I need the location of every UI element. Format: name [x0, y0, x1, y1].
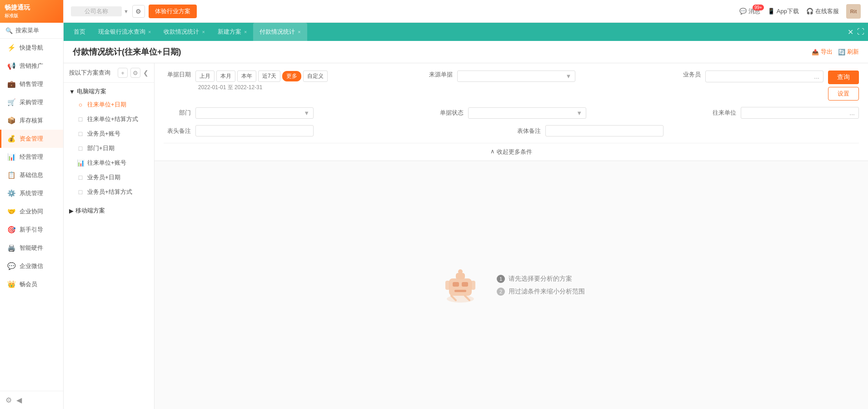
date-custom-btn[interactable]: 自定义 [303, 71, 328, 82]
online-service-label: 在线客服 [815, 7, 839, 15]
scheme-item-salesperson-account[interactable]: □业务员+账号 [64, 126, 154, 141]
tab-expand-btn[interactable]: ⛶ [857, 28, 864, 36]
sidebar-item-system[interactable]: ⚙️系统管理 [0, 184, 63, 202]
tip-text-1: 请先选择要分析的方案 [509, 275, 572, 283]
svg-rect-2 [453, 282, 459, 287]
page-header: 付款情况统计(往来单位+日期) 📤 导出 🔄 刷新 [64, 41, 868, 63]
sidebar-item-business[interactable]: 📊经营管理 [0, 148, 63, 166]
main-area: 公司名称 ▼ ⚙ 体验行业方案 💬 消息 99+ 📱 App下载 🎧 在线客服 … [64, 0, 868, 409]
tab-label-payment-detail: 付款情况统计 [259, 28, 295, 36]
collapse-bar[interactable]: ∧ 收起更多条件 [164, 143, 859, 161]
tab-home[interactable]: 首页 [67, 23, 92, 41]
setting-btn[interactable]: 设置 [828, 87, 859, 101]
sidebar-item-inventory[interactable]: 📦库存核算 [0, 111, 63, 130]
dept-select[interactable]: ▼ [195, 107, 314, 119]
sidebar-item-wechat[interactable]: 💬企业微信 [0, 257, 63, 275]
query-btn[interactable]: 查询 [828, 71, 859, 84]
empty-area: 1 请先选择要分析的方案 2 用过滤条件来缩小分析范围 [155, 161, 868, 409]
empty-robot-icon [438, 263, 483, 308]
online-service-btn[interactable]: 🎧 在线客服 [806, 7, 839, 15]
trial-btn[interactable]: 体验行业方案 [149, 5, 197, 18]
tab-label-home: 首页 [74, 28, 85, 36]
scheme-label-partner-date: 往来单位+日期 [87, 101, 126, 109]
sidebar-item-smart[interactable]: 🖨️智能硬件 [0, 239, 63, 257]
date-7days-btn[interactable]: 近7天 [258, 71, 280, 82]
sidebar-icon-purchase: 🛒 [7, 98, 16, 107]
sidebar-label-system: 系统管理 [20, 189, 43, 197]
scheme-settings-btn[interactable]: ⚙ [130, 68, 140, 78]
scheme-item-salesperson-date[interactable]: □业务员+日期 [64, 170, 154, 185]
tab-close-all-btn[interactable]: ✕ [848, 28, 853, 36]
tab-close-payment-stats[interactable]: × [202, 29, 205, 35]
sidebar-item-purchase[interactable]: 🛒采购管理 [0, 93, 63, 111]
scheme-item-partner-date[interactable]: ○往来单位+日期 [64, 97, 154, 112]
partner-select[interactable]: ... [741, 107, 859, 119]
sidebar-item-marketing[interactable]: 📢营销推广 [0, 57, 63, 75]
sidebar-item-guide[interactable]: 🎯新手引导 [0, 221, 63, 239]
filter-area: 单据日期 上月 本月 本年 近7天 更多 自定义 20 [155, 63, 868, 161]
messages-btn[interactable]: 💬 消息 99+ [739, 7, 760, 15]
scheme-icon-salesperson-date: □ [76, 174, 85, 181]
scheme-item-salesperson-settle[interactable]: □业务员+结算方式 [64, 185, 154, 199]
sidebar-item-enterprise[interactable]: 🤝企业协同 [0, 202, 63, 221]
sidebar-item-quick-nav[interactable]: ⚡快捷导航 [0, 39, 63, 57]
svg-rect-7 [445, 281, 450, 290]
app-download-btn[interactable]: 📱 App下载 [768, 7, 799, 15]
sidebar-label-marketing: 营销推广 [20, 62, 43, 70]
sidebar-item-sales[interactable]: 💼销售管理 [0, 75, 63, 93]
date-label: 单据日期 [164, 71, 191, 79]
scheme-item-partner-account[interactable]: 📊往来单位+账号 [64, 156, 154, 170]
gear-button[interactable]: ⚙ [132, 5, 145, 18]
tab-payment-detail[interactable]: 付款情况统计× [253, 23, 307, 41]
user-avatar[interactable]: Rit [846, 4, 861, 19]
sidebar-search[interactable]: 🔍 搜索菜单 [0, 23, 63, 39]
refresh-btn[interactable]: 🔄 刷新 [838, 48, 859, 56]
tip-num-2: 2 [497, 288, 505, 296]
scheme-item-partner-settle[interactable]: □往来单位+结算方式 [64, 112, 154, 126]
tab-label-new-scheme: 新建方案 [218, 28, 241, 36]
scheme-group-desktop: ▼电脑端方案○往来单位+日期□往来单位+结算方式□业务员+账号□部门+日期📊往来… [64, 83, 154, 202]
sidebar-item-member[interactable]: 👑畅会员 [0, 275, 63, 293]
doc-status-select[interactable]: ▼ [468, 107, 586, 119]
source-select[interactable]: ▼ [457, 71, 575, 82]
collapse-panel-btn[interactable]: ❮ [143, 69, 149, 76]
settings-icon[interactable]: ⚙ [5, 396, 12, 404]
date-this-month-btn[interactable]: 本月 [216, 71, 235, 82]
source-label: 来源单据 [425, 71, 453, 79]
tab-payment-stats[interactable]: 收款情况统计× [157, 23, 211, 41]
content-body: 按以下方案查询 + ⚙ ❮ ▼电脑端方案○往来单位+日期□往来单位+结算方式□业… [64, 63, 868, 409]
partner-dots: ... [849, 109, 855, 116]
scheme-group-title-desktop[interactable]: ▼电脑端方案 [64, 86, 154, 97]
date-this-year-btn[interactable]: 本年 [237, 71, 256, 82]
sidebar-label-basic: 基础信息 [20, 171, 43, 179]
page-header-right: 📤 导出 🔄 刷新 [812, 48, 859, 56]
tab-new-scheme[interactable]: 新建方案× [211, 23, 253, 41]
scheme-item-dept-date[interactable]: □部门+日期 [64, 141, 154, 156]
sidebar-label-sales: 销售管理 [20, 80, 43, 88]
add-scheme-btn[interactable]: + [118, 68, 128, 78]
tab-close-cash-flow[interactable]: × [148, 29, 151, 35]
tab-cash-flow[interactable]: 现金银行流水查询× [92, 23, 157, 41]
scheme-group-title-mobile[interactable]: ▶移动端方案 [64, 205, 154, 217]
header-note-label: 表头备注 [164, 127, 191, 135]
left-panel: 按以下方案查询 + ⚙ ❮ ▼电脑端方案○往来单位+日期□往来单位+结算方式□业… [64, 63, 155, 409]
company-selector[interactable]: 公司名称 ▼ [71, 6, 129, 16]
sidebar-item-basic[interactable]: 📋基础信息 [0, 166, 63, 184]
sidebar-icon-basic: 📋 [7, 171, 16, 180]
tab-close-new-scheme[interactable]: × [244, 29, 247, 35]
page-content: 付款情况统计(往来单位+日期) 📤 导出 🔄 刷新 按以下方案查询 + ⚙ [64, 41, 868, 409]
doc-status-arrow: ▼ [576, 110, 582, 116]
dept-label: 部门 [164, 109, 191, 117]
tab-close-payment-detail[interactable]: × [298, 29, 300, 35]
salesperson-select[interactable]: ... [705, 71, 823, 82]
sidebar-icon-quick-nav: ⚡ [7, 43, 16, 52]
collapse-icon[interactable]: ◀ [16, 396, 22, 404]
sidebar-icon-sales: 💼 [7, 80, 16, 89]
export-btn[interactable]: 📤 导出 [812, 48, 833, 56]
date-more-btn[interactable]: 更多 [282, 71, 301, 81]
header-note-input[interactable] [195, 125, 314, 136]
body-note-input[interactable] [545, 125, 663, 136]
date-last-month-btn[interactable]: 上月 [195, 71, 215, 82]
sidebar-item-capital[interactable]: 💰资金管理 [0, 130, 63, 148]
logo-text: 畅捷通玩 [5, 4, 30, 12]
